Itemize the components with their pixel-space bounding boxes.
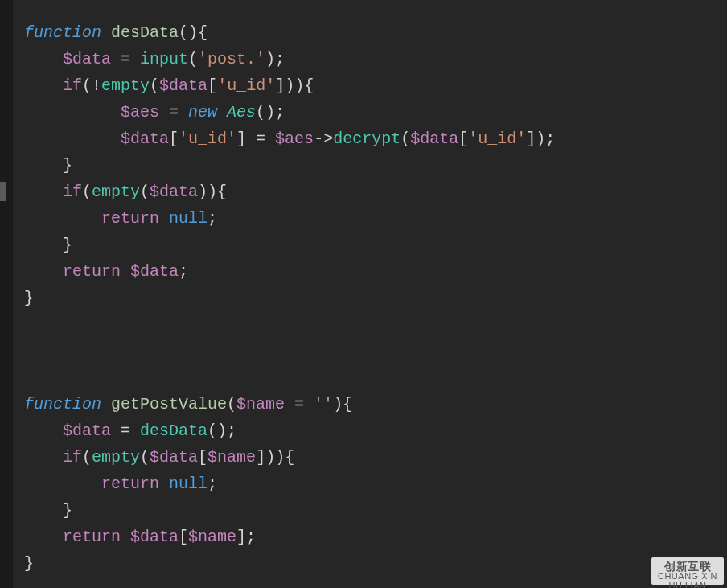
variable: $data <box>63 50 111 68</box>
string: 'post.' <box>198 50 265 68</box>
method: decrypt <box>333 130 400 148</box>
gutter-mark <box>0 182 6 201</box>
builtin: empty <box>101 76 150 95</box>
op: = <box>111 50 140 68</box>
null: null <box>169 209 207 228</box>
parens: (){ <box>179 23 207 42</box>
code-editor: function desData(){ $data = input('post.… <box>0 0 727 588</box>
watermark-text-1: 创新互联 <box>651 561 724 571</box>
gutter <box>0 0 13 588</box>
keyword-return: return <box>101 209 159 228</box>
keyword-if: if <box>63 76 82 95</box>
func-call: input <box>140 50 188 68</box>
keyword-new: new <box>188 103 217 121</box>
keyword-function: function <box>24 23 101 42</box>
function-name: desData <box>111 23 179 42</box>
watermark: 创新互联 CHUANG XIN HU LIAN <box>651 557 724 585</box>
code-area[interactable]: function desData(){ $data = input('post.… <box>13 0 566 588</box>
class-name: Aes <box>227 103 256 121</box>
watermark-text-2: CHUANG XIN HU LIAN <box>658 571 717 588</box>
